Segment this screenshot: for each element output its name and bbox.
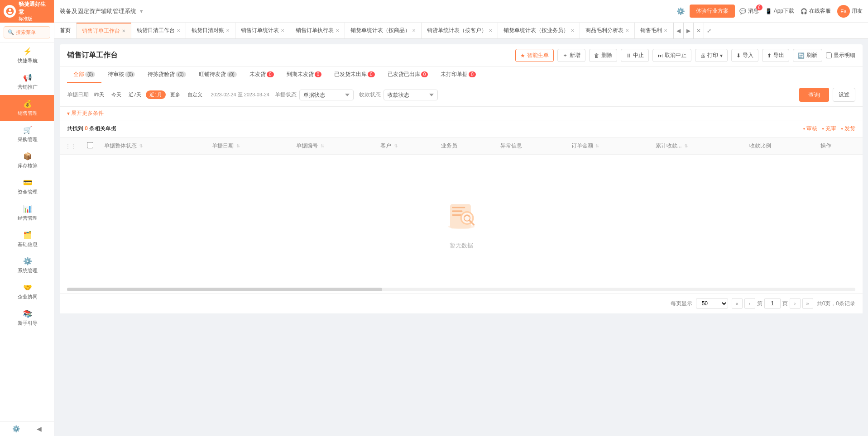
tab-close-product[interactable]: ✕ (412, 28, 416, 33)
tab-close-sales-order[interactable]: ✕ (122, 28, 125, 33)
status-select[interactable]: 单据状态 (299, 90, 354, 100)
gear-icon[interactable]: ⚙️ (676, 7, 685, 15)
th-collected: 累计收款... ⇅ (650, 137, 744, 155)
th-drag: ⋮⋮ (60, 137, 82, 155)
tab-close-sales-stats[interactable]: ✕ (281, 28, 284, 33)
select-all-checkbox[interactable] (87, 142, 93, 148)
tab-sales-profit[interactable]: 销售毛利 ✕ (635, 23, 673, 39)
message-btn[interactable]: 💬 消息 6 (739, 7, 759, 15)
tabs-maximize-btn[interactable]: ⤢ (704, 23, 714, 39)
tab-close-gross[interactable]: ✕ (625, 28, 629, 33)
empty-state: 暂无数据 (60, 155, 863, 286)
tab-sales-order-workbench[interactable]: 销售订单工作台 ✕ (77, 23, 131, 39)
sub-tab-overdue[interactable]: 到期未发货0 (280, 67, 328, 83)
query-btn[interactable]: 查询 (799, 88, 829, 102)
expand-filter-btn[interactable]: ▾ 展开更多条件 (67, 109, 855, 117)
date-filter: 单据日期 昨天 今天 近7天 近1月 更多 自定义 (67, 90, 205, 99)
pause-btn[interactable]: ⏸ 中止 (621, 49, 649, 62)
tab-close-customer[interactable]: ✕ (489, 28, 492, 33)
page-prev-btn[interactable]: ‹ (744, 298, 755, 309)
sidebar-item-enterprise[interactable]: 🤝 企业协同 (0, 279, 54, 305)
quick-cancel-audit-btn[interactable]: 充审 (822, 125, 836, 133)
tab-sales-stats-staff[interactable]: 销货单统计表（按业务员） ✕ (498, 23, 580, 39)
date-btn-custom[interactable]: 自定义 (185, 90, 205, 99)
page-input[interactable] (764, 298, 781, 309)
app-download-btn[interactable]: 📱 App下载 (765, 7, 794, 15)
quick-audit-btn[interactable]: 审核 (803, 125, 817, 133)
tab-sales-exec[interactable]: 销售订单执行表 ✕ (290, 23, 345, 39)
delete-btn[interactable]: 🗑 删除 (589, 49, 617, 62)
per-page-select[interactable]: 20 50 100 200 (696, 298, 728, 309)
tab-sales-stats-product[interactable]: 销货单统计表（按商品） ✕ (345, 23, 422, 39)
date-btn-more[interactable]: 更多 (168, 90, 183, 99)
svg-rect-2 (452, 207, 465, 208)
tab-gross-profit[interactable]: 商品毛利分析表 ✕ (580, 23, 635, 39)
page-next-btn[interactable]: › (790, 298, 801, 309)
show-detail-checkbox[interactable] (826, 52, 832, 58)
th-check[interactable] (82, 137, 99, 155)
date-btn-7days[interactable]: 近7天 (126, 90, 144, 99)
user-avatar-area[interactable]: Ea 用友 (837, 5, 863, 18)
tab-close-daily-cash[interactable]: ✕ (177, 28, 180, 33)
sidebar-item-sales[interactable]: 💰 销售管理 (0, 95, 54, 121)
sidebar-item-purchase[interactable]: 🛒 采购管理 (0, 121, 54, 147)
export-btn[interactable]: ⬆ 导出 (762, 49, 789, 62)
date-btn-today[interactable]: 今天 (109, 90, 124, 99)
sort-number-icon: ⇅ (321, 143, 324, 148)
show-detail-label[interactable]: 显示明细 (826, 52, 855, 59)
industry-btn[interactable]: 体验行业方案 (690, 5, 735, 18)
sidebar-item-operations[interactable]: 📊 经营管理 (0, 200, 54, 226)
refresh-btn[interactable]: 🔄 刷新 (793, 49, 822, 62)
page-first-btn[interactable]: « (732, 298, 743, 309)
tab-close-sales-exec[interactable]: ✕ (336, 28, 339, 33)
import-btn[interactable]: ⬇ 导入 (731, 49, 758, 62)
sub-tab-wangpu[interactable]: 旺铺待发货(0) (192, 67, 243, 83)
smart-create-btn[interactable]: ★ 智能生单 (515, 49, 554, 62)
sub-tab-pending-audit[interactable]: 待审核(0) (101, 67, 141, 83)
tab-sales-stats-customer[interactable]: 销货单统计表（按客户） ✕ (422, 23, 498, 39)
tab-cash-goods-reconcile[interactable]: 钱货日清对账 ✕ (186, 23, 235, 39)
sub-tab-all[interactable]: 全部(0) (67, 67, 101, 83)
tab-close-reconcile[interactable]: ✕ (226, 28, 230, 33)
sidebar: 畅捷通好生意 标准版 🔍 搜索菜单 ⚡ 快捷导航 📢 营销推广 💰 销售管理 🛒… (0, 0, 54, 436)
sub-tab-shipped-not-out[interactable]: 已发货未出库0 (328, 67, 381, 83)
tab-close-profit[interactable]: ✕ (664, 28, 667, 33)
set-btn[interactable]: 设置 (833, 88, 855, 102)
print-dropdown-icon: ▾ (720, 52, 723, 59)
sub-tab-pending-inspection[interactable]: 待拣货验货(0) (141, 67, 192, 83)
finance-icon: 💳 (23, 178, 32, 187)
sidebar-item-system[interactable]: ⚙️ 系统管理 (0, 252, 54, 279)
search-menu-button[interactable]: 🔍 搜索菜单 (4, 26, 50, 38)
tabs-close-btn[interactable]: ✕ (693, 23, 704, 39)
guide-icon: 📚 (23, 309, 32, 318)
tabs-next-btn[interactable]: ▶ (683, 23, 693, 39)
tab-home[interactable]: 首页 (54, 23, 77, 39)
main-area: 装备及固定资产辅助管理系统 ▾ ⚙️ 体验行业方案 💬 消息 6 📱 App下载… (54, 0, 868, 436)
h-scrollbar[interactable] (67, 288, 855, 291)
sub-tab-not-printed[interactable]: 未打印单据0 (434, 67, 482, 83)
tab-close-staff[interactable]: ✕ (571, 28, 574, 33)
sidebar-item-guide[interactable]: 📚 新手引导 (0, 305, 54, 331)
tab-daily-cash[interactable]: 钱货日清工作台 ✕ (131, 23, 186, 39)
sidebar-item-base[interactable]: 🗂️ 基础信息 (0, 226, 54, 252)
cancel-pause-btn[interactable]: ⏭ 取消中止 (652, 49, 691, 62)
sidebar-item-quick-nav[interactable]: ⚡ 快捷导航 (0, 43, 54, 69)
sub-tab-not-shipped[interactable]: 未发货0 (243, 67, 280, 83)
settings-bottom-btn[interactable]: ⚙️ (12, 425, 20, 432)
page-last-btn[interactable]: » (802, 298, 813, 309)
sub-tab-shipped-out[interactable]: 已发货已出库0 (381, 67, 435, 83)
add-btn[interactable]: ＋ 新增 (557, 49, 585, 62)
sidebar-item-finance[interactable]: 💳 资金管理 (0, 174, 54, 200)
tab-sales-stats[interactable]: 销售订单统计表 ✕ (235, 23, 290, 39)
date-btn-1month[interactable]: 近1月 (146, 90, 166, 99)
quick-ship-btn[interactable]: 发货 (841, 125, 855, 133)
date-btn-yesterday[interactable]: 昨天 (91, 90, 107, 99)
sidebar-item-marketing[interactable]: 📢 营销推广 (0, 69, 54, 95)
h-scrollbar-thumb[interactable] (67, 288, 382, 291)
sidebar-item-inventory[interactable]: 📦 库存核算 (0, 147, 54, 174)
collapse-btn[interactable]: ◀ (37, 425, 42, 432)
payment-select[interactable]: 收款状态 (384, 90, 438, 100)
print-btn[interactable]: 🖨 打印 ▾ (695, 49, 728, 62)
online-service-btn[interactable]: 🎧 在线客服 (801, 7, 831, 15)
tabs-prev-btn[interactable]: ◀ (673, 23, 683, 39)
